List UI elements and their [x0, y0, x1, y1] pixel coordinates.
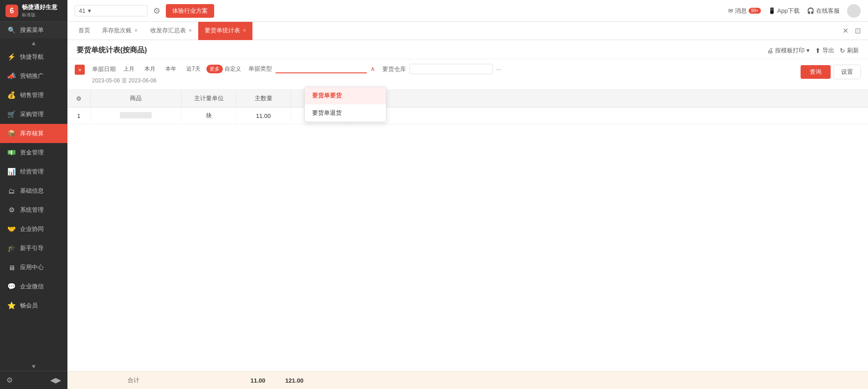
- warehouse-more-icon[interactable]: ···: [496, 66, 502, 73]
- type-dropdown: 要货单要货 要货单退货: [304, 87, 386, 122]
- dropdown-item-0[interactable]: 要货单要货: [305, 87, 386, 104]
- service-item[interactable]: 🎧 在线客服: [807, 7, 840, 15]
- filter-bar: » 单据日期 上月 本月 本年 近7天 更多 自定义 2023-05-06 至 …: [67, 59, 868, 90]
- sidebar-item-enterprise[interactable]: 🤝 企业协同: [0, 220, 67, 239]
- collapse-icon[interactable]: ◀▶: [50, 376, 61, 384]
- app-download-label: App下载: [777, 7, 800, 15]
- date-filter-group: 单据日期 上月 本月 本年 近7天 更多 自定义 2023-05-06 至 20…: [92, 64, 241, 85]
- app-logo-text: 畅捷通好生意 标准版: [22, 3, 57, 18]
- page-actions: 🖨 按模板打印 ▾ ⬆ 导出 ↻ 刷新: [767, 46, 859, 55]
- message-item[interactable]: ✉ 消息 99+: [728, 7, 761, 15]
- company-select-num: 41: [79, 7, 85, 14]
- sidebar-bottom: ⚙ ◀▶: [0, 371, 67, 389]
- close-all-btn[interactable]: ✕: [841, 26, 850, 35]
- sidebar-item-guide[interactable]: 🎓 新手引导: [0, 239, 67, 258]
- custom-btn[interactable]: 自定义: [225, 65, 241, 73]
- tabs-bar: 首页 库存批次账 × 收发存汇总表 × 要货单统计表 × ✕ ⊡: [67, 22, 868, 40]
- col-extra: [345, 90, 868, 107]
- sidebar-item-sales[interactable]: 💰 销售管理: [0, 86, 67, 105]
- table-header-row: ⚙ 商品 主计量单位 主数量 零售金额: [67, 90, 868, 107]
- tab-inventory-batch[interactable]: 库存批次账 ×: [96, 22, 144, 40]
- user-avatar[interactable]: [847, 4, 861, 18]
- print-btn[interactable]: 🖨 按模板打印 ▾: [767, 46, 810, 55]
- this-year-btn[interactable]: 本年: [161, 64, 180, 74]
- more-btn[interactable]: 更多: [206, 65, 223, 73]
- home-tab-label: 首页: [78, 26, 90, 35]
- row-index: 1: [67, 107, 90, 124]
- sidebar-item-purchase[interactable]: 🛒 采购管理: [0, 105, 67, 124]
- sidebar-item-inventory[interactable]: 📦 库存核算: [0, 124, 67, 143]
- date-quick-btns: 上月 本月 本年 近7天 更多 自定义: [119, 64, 241, 74]
- scroll-up-arrow[interactable]: ▲: [0, 38, 67, 47]
- data-table: ⚙ 商品 主计量单位 主数量 零售金额 1 块 11.00 121.00: [67, 90, 868, 124]
- row-product: [90, 107, 181, 124]
- trial-btn[interactable]: 体验行业方案: [166, 4, 214, 18]
- tab-receipt-summary-label: 收发存汇总表: [150, 26, 186, 35]
- page-content-area: 要货单统计表(按商品) 🖨 按模板打印 ▾ ⬆ 导出 ↻ 刷新: [67, 40, 868, 389]
- tab-close-icon[interactable]: ×: [243, 27, 246, 34]
- export-icon: ⬆: [815, 47, 821, 54]
- message-icon: ✉: [728, 7, 733, 14]
- company-selector[interactable]: 41 ▾: [75, 5, 148, 16]
- footer-quantity: 11.00: [240, 377, 276, 384]
- search-icon: 🔍: [6, 25, 16, 35]
- sidebar-item-member[interactable]: ⭐ 畅会员: [0, 296, 67, 315]
- type-input[interactable]: [276, 64, 367, 73]
- topbar-right: ✉ 消息 99+ 📱 App下载 🎧 在线客服: [728, 4, 861, 18]
- scroll-down-arrow[interactable]: ▼: [0, 362, 67, 371]
- table-wrap: ⚙ 商品 主计量单位 主数量 零售金额 1 块 11.00 121.00: [67, 90, 868, 371]
- tab-close-icon[interactable]: ×: [134, 27, 138, 34]
- guide-icon: 🎓: [6, 243, 16, 253]
- sidebar-item-app-center[interactable]: 🖥 应用中心: [0, 258, 67, 277]
- sidebar-item-marketing[interactable]: 📣 营销推广: [0, 67, 67, 86]
- app-center-icon: 🖥: [6, 262, 16, 272]
- refresh-btn[interactable]: ↻ 刷新: [840, 46, 859, 55]
- sidebar-item-quick-nav[interactable]: ⚡ 快捷导航: [0, 47, 67, 67]
- member-icon: ⭐: [6, 301, 16, 311]
- this-month-btn[interactable]: 本月: [140, 64, 159, 74]
- tab-receipt-summary[interactable]: 收发存汇总表 ×: [144, 22, 198, 40]
- settings-icon[interactable]: ⚙: [6, 376, 13, 384]
- print-icon: 🖨: [767, 47, 773, 54]
- export-btn[interactable]: ⬆ 导出: [815, 46, 834, 55]
- tab-home[interactable]: 首页: [73, 22, 96, 40]
- expand-icon: »: [78, 67, 82, 73]
- sidebar-item-finance[interactable]: 💵 资金管理: [0, 143, 67, 162]
- service-icon: 🎧: [807, 7, 814, 14]
- type-arrow-icon[interactable]: ∧: [370, 65, 375, 72]
- dropdown-item-1[interactable]: 要货单退货: [305, 104, 386, 122]
- enterprise-wechat-icon: 💬: [6, 282, 16, 292]
- setting-btn[interactable]: 设置: [833, 65, 861, 79]
- tab-order-stats[interactable]: 要货单统计表 ×: [198, 22, 252, 40]
- basic-info-icon: 🗂: [6, 186, 16, 196]
- sidebar-item-label: 基础信息: [20, 187, 44, 195]
- topbar-settings-icon[interactable]: ⚙: [153, 6, 160, 16]
- last-month-btn[interactable]: 上月: [119, 64, 139, 74]
- last7-btn[interactable]: 近7天: [182, 64, 205, 74]
- sidebar-search[interactable]: 🔍 搜索菜单: [0, 22, 67, 38]
- warehouse-label: 要货仓库: [382, 65, 406, 73]
- operations-icon: 📊: [6, 167, 16, 177]
- enterprise-icon: 🤝: [6, 224, 16, 234]
- col-settings-icon[interactable]: ⚙: [67, 90, 90, 107]
- sidebar-item-enterprise-wechat[interactable]: 💬 企业微信: [0, 277, 67, 296]
- system-icon: ⚙: [6, 205, 16, 215]
- row-extra: [345, 107, 868, 124]
- sidebar-item-basic-info[interactable]: 🗂 基础信息: [0, 181, 67, 200]
- topbar-left: 41 ▾ ⚙ 体验行业方案: [75, 4, 214, 18]
- restore-btn[interactable]: ⊡: [853, 26, 863, 35]
- row-unit: 块: [181, 107, 236, 124]
- table-row: 1 块 11.00 121.00: [67, 107, 868, 124]
- tab-close-icon[interactable]: ×: [189, 27, 192, 34]
- footer-amount: 121.00: [276, 377, 313, 384]
- query-btn[interactable]: 查询: [801, 65, 831, 79]
- app-download-item[interactable]: 📱 App下载: [768, 7, 800, 15]
- sidebar-item-operations[interactable]: 📊 经营管理: [0, 162, 67, 181]
- sidebar-item-system[interactable]: ⚙ 系统管理: [0, 200, 67, 220]
- filter-expand-btn[interactable]: »: [75, 65, 85, 75]
- footer-total-label: 合计: [121, 376, 139, 384]
- sales-icon: 💰: [6, 90, 16, 100]
- finance-icon: 💵: [6, 148, 16, 158]
- warehouse-input[interactable]: [410, 64, 493, 74]
- sidebar-item-label: 库存核算: [20, 129, 44, 138]
